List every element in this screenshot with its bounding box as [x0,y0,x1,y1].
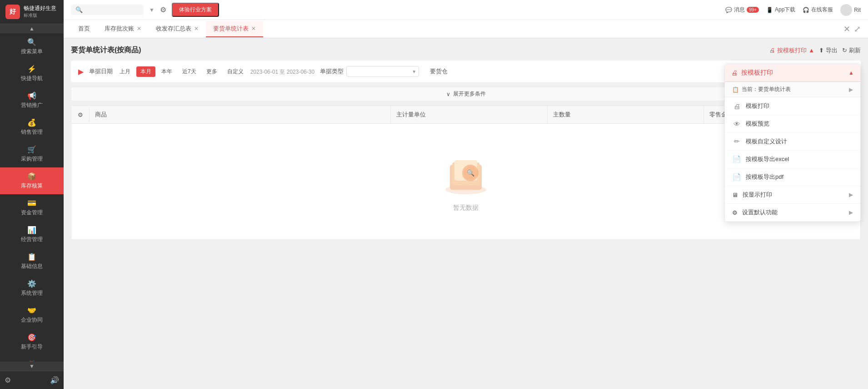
search-input[interactable] [85,7,131,13]
warehouse-label: 要货仓 [430,67,448,76]
message-action[interactable]: 💬 消息 99+ [725,6,759,14]
main-content: 🔍 ▼ ⚙ 体验行业方案 💬 消息 99+ 📱 App下载 🎧 在线客服 Rit [64,0,868,389]
dropdown-item-export-excel[interactable]: 📄 按模板导出excel [725,151,860,168]
template-design-icon: ✏ [732,137,741,146]
export-pdf-label: 按模板导出pdf [746,173,783,181]
print-dropdown-toggle-icon[interactable]: ▲ [808,47,814,54]
svg-text:🔍: 🔍 [467,169,475,177]
sidebar-item-finance[interactable]: 💳 资金管理 [0,194,64,221]
display-print-icon: 🖥 [732,192,738,198]
sidebar-item-operation[interactable]: 📊 经营管理 [0,221,64,248]
app-name: 畅捷通好生意 [24,5,56,12]
warehouse-filter-group: 要货仓 [424,67,448,76]
tab-0[interactable]: 首页 [71,21,97,37]
print-dropdown: 🖨 按模板打印 ▲ 📋 当前：要货单统计表 ▶ 🖨 模板打印 👁 模板预览 ✏ … [724,64,861,222]
dropdown-item-template-print[interactable]: 🖨 模板打印 [725,97,860,115]
search-icon-top: 🔍 [75,6,83,13]
sales-nav-label: 销售管理 [21,128,43,136]
tab-1[interactable]: 库存批次账✕ [97,21,149,37]
printer-icon: 🖨 [769,47,775,54]
sidebar-bottom: ⚙ 🔊 [0,371,64,389]
purchase-nav-icon: 🛒 [27,145,36,154]
date-filter-group: 单据日期 上月本月本年近7天更多自定义 2023-06-01 至 2023-06… [89,66,314,77]
quick-nav-nav-label: 快捷导航 [21,75,43,82]
date-btn-5[interactable]: 自定义 [223,66,248,77]
template-preview-label: 模板预览 [746,120,769,128]
sidebar-item-sales[interactable]: 💰 销售管理 [0,114,64,141]
sidebar-item-collab[interactable]: 🤝 企业协同 [0,302,64,328]
date-btn-4[interactable]: 更多 [202,66,221,77]
dropdown-item-template-design[interactable]: ✏ 模板自定义设计 [725,133,860,151]
tab-2[interactable]: 收发存汇总表✕ [149,21,206,37]
sidebar-item-marketing[interactable]: 📢 营销推广 [0,87,64,114]
sidebar-item-system[interactable]: ⚙️ 系统管理 [0,275,64,302]
sidebar: 好 畅捷通好生意 标准版 ▲ 🔍 搜索菜单 ⚡ 快捷导航 📢 营销推广 💰 销售… [0,0,64,389]
export-button[interactable]: ⬆ 导出 [819,46,838,55]
scroll-up-arrow[interactable]: ▲ [0,24,64,33]
dropdown-chevron-icon[interactable]: ▼ [149,7,155,13]
dropdown-subitem-display-print[interactable]: 🖥 按显示打印 ▶ [725,186,860,204]
tabs-bar: 首页库存批次账✕收发存汇总表✕要货单统计表✕ ✕ ⤢ [64,20,868,38]
quick-nav-nav-icon: ⚡ [27,65,36,73]
tab-close-2[interactable]: ✕ [194,25,199,32]
display-print-label: 按显示打印 [743,191,772,199]
scroll-down-arrow[interactable]: ▼ [0,362,64,371]
sound-bottom-icon[interactable]: 🔊 [50,376,59,384]
dropdown-item-export-pdf[interactable]: 📄 按模板导出pdf [725,168,860,186]
guide-nav-icon: 🎯 [27,333,36,342]
sidebar-item-purchase[interactable]: 🛒 采购管理 [0,141,64,167]
order-type-select[interactable] [346,66,419,77]
settings-bottom-icon[interactable]: ⚙ [5,376,11,384]
tab-close-1[interactable]: ✕ [137,25,141,32]
template-print-icon: 🖨 [732,102,741,110]
date-btn-2[interactable]: 本年 [157,66,176,77]
template-print-label: 模板打印 [746,102,769,110]
sidebar-item-search[interactable]: 🔍 搜索菜单 [0,33,64,60]
date-btn-3[interactable]: 近7天 [178,66,200,77]
app-download-action[interactable]: 📱 App下载 [766,6,795,14]
username-label: Rit [854,7,861,13]
sidebar-item-guide[interactable]: 🎯 新手引导 [0,328,64,355]
sidebar-item-basic[interactable]: 📋 基础信息 [0,248,64,275]
date-buttons: 上月本月本年近7天更多自定义 [115,66,248,77]
print-dropdown-header[interactable]: 🖨 按模板打印 ▲ [725,64,860,82]
template-preview-icon: 👁 [732,120,741,128]
refresh-button[interactable]: ↻ 刷新 [842,46,861,55]
empty-text: 暂无数据 [453,204,479,212]
trial-button[interactable]: 体验行业方案 [172,3,219,17]
filter-expand-icon[interactable]: ▶ [78,67,84,76]
tab-close-3[interactable]: ✕ [251,25,256,32]
window-controls: ✕ ⤢ [843,24,861,34]
refresh-icon: ↻ [842,47,847,54]
date-btn-1[interactable]: 本月 [136,66,155,77]
print-template-button[interactable]: 🖨 按模板打印 ▲ [769,46,814,55]
print-dropdown-title: 🖨 按模板打印 [731,69,773,77]
tab-3[interactable]: 要货单统计表✕ [206,21,263,37]
operation-nav-icon: 📊 [27,226,36,234]
dropdown-subitems: 🖥 按显示打印 ▶ ⚙ 设置默认功能 ▶ [725,186,860,222]
sidebar-item-quick-nav[interactable]: ⚡ 快捷导航 [0,60,64,87]
dropdown-subitem-default-func[interactable]: ⚙ 设置默认功能 ▶ [725,204,860,222]
close-window-icon[interactable]: ✕ [843,24,850,34]
topbar-search-box[interactable]: 🔍 [71,5,144,15]
user-avatar-action[interactable]: Rit [840,4,861,16]
dropdown-close-arrow-icon[interactable]: ▲ [848,70,854,76]
date-btn-0[interactable]: 上月 [115,66,135,77]
tab-label-0: 首页 [78,25,90,33]
sidebar-item-inventory[interactable]: 📦 库存核算 [0,167,64,194]
page-content: 要货单统计表(按商品) 🖨 按模板打印 ▲ ⬆ 导出 ↻ 刷新 ▶ [64,38,868,389]
sidebar-item-app-center[interactable]: 📱 应用中心 [0,355,64,362]
marketing-nav-icon: 📢 [27,91,36,100]
tab-label-1: 库存批次账 [105,25,134,33]
expand-window-icon[interactable]: ⤢ [854,24,861,34]
online-service-action[interactable]: 🎧 在线客服 [803,6,833,14]
current-template-arrow-icon[interactable]: ▶ [849,86,853,93]
system-nav-label: 系统管理 [21,289,43,297]
gear-icon-top[interactable]: ⚙ [160,5,166,14]
date-filter-label: 单据日期 [89,67,113,76]
guide-nav-label: 新手引导 [21,343,43,351]
dropdown-item-template-preview[interactable]: 👁 模板预览 [725,115,860,133]
print-template-label: 按模板打印 [777,46,807,55]
export-icon: ⬆ [819,47,824,54]
message-label: 消息 [734,6,745,14]
